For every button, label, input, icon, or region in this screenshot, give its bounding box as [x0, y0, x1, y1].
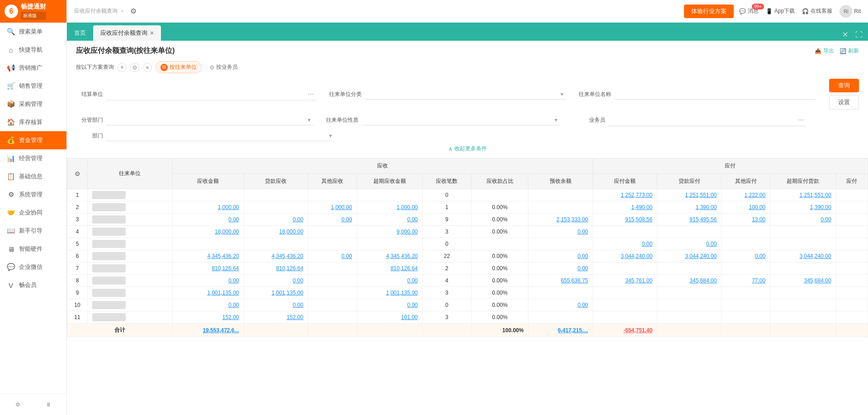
tab-maximize-icon[interactable]: ⛶ [854, 29, 864, 41]
row-payable_amount[interactable]: 3,044,240.00 [593, 250, 657, 262]
row-loan_receivable[interactable]: 0.00 [244, 299, 308, 311]
filter-option-staff[interactable]: ⊙ 按业务员 [205, 62, 242, 73]
sidebar-collapse-btn[interactable]: ⏸ [35, 399, 62, 410]
filter-option-unit[interactable]: W 按往来单位 [156, 61, 202, 73]
department-select[interactable]: ▾ [106, 131, 335, 141]
settlement-input[interactable]: ··· [106, 88, 316, 100]
row-overdue_receivable[interactable]: 101.00 [357, 311, 422, 324]
row-overdue_receivable[interactable]: 9,000.00 [357, 226, 422, 238]
row-overdue_payable[interactable]: 0.00 [770, 214, 836, 226]
row-prepay_balance[interactable]: 655,636.75 [528, 275, 593, 287]
row-loan_payable[interactable]: 915,495.56 [657, 214, 722, 226]
refresh-button[interactable]: 🔄 刷新 [840, 47, 859, 55]
sidebar-item-inventory[interactable]: 🏠库存核算 [0, 113, 66, 131]
row-receivable_amount[interactable]: 810,126.64 [172, 262, 244, 275]
row-receivable_amount[interactable]: 0.00 [172, 299, 244, 311]
settings-button[interactable]: 设置 [829, 95, 859, 110]
row-other_payable[interactable]: 1,222.00 [722, 189, 770, 201]
row-loan_receivable[interactable]: 152.00 [244, 311, 308, 324]
sidebar-item-finance[interactable]: 💰资金管理 [0, 131, 66, 149]
row-receivable_amount[interactable]: 0.00 [172, 275, 244, 287]
row-payable_amount[interactable]: 345,761.00 [593, 275, 657, 287]
row-prepay_balance[interactable]: 0.00 [528, 226, 593, 238]
row-prepay_balance[interactable]: 2,153,333.00 [528, 214, 593, 226]
row-receivable_amount[interactable]: 152.00 [172, 311, 244, 324]
row-other_payable[interactable]: 0.00 [722, 250, 770, 262]
user-info[interactable]: Ri Rit [840, 5, 861, 18]
row-other_payable[interactable]: 100.00 [722, 201, 770, 214]
row-overdue_receivable[interactable]: 1,001,135.00 [357, 287, 422, 299]
row-overdue_receivable[interactable]: 1,000.00 [357, 201, 422, 214]
row-other_receivable[interactable]: 0.00 [308, 214, 357, 226]
sidebar-item-purchase[interactable]: 📦采购管理 [0, 95, 66, 113]
row-payable_amount[interactable]: 0.00 [593, 238, 657, 250]
row-loan_payable[interactable]: 345,684.00 [657, 275, 722, 287]
sidebar-item-sales[interactable]: 🛒销售管理 [0, 77, 66, 95]
row-receivable_amount[interactable]: 0.00 [172, 214, 244, 226]
footer-prepay-balance[interactable]: 6,417,215.... [528, 324, 593, 337]
sidebar-item-basic[interactable]: 📋基础信息 [0, 167, 66, 186]
row-loan_payable[interactable]: 1,390.00 [657, 201, 722, 214]
export-button[interactable]: 📤 导出 [815, 47, 834, 55]
row-payable_amount[interactable]: 1,490.00 [593, 201, 657, 214]
sidebar-settings-btn[interactable]: ⚙ [5, 399, 32, 410]
tab-active[interactable]: 应收应付余额查询 × [93, 25, 161, 41]
collapse-button[interactable]: ∧ 收起更多条件 [448, 145, 487, 153]
row-receivable_amount[interactable]: 18,000.00 [172, 226, 244, 238]
row-other_payable[interactable]: 77.00 [722, 275, 770, 287]
footer-receivable-amount[interactable]: 19,553,472,6... [172, 324, 244, 337]
table-container[interactable]: ⚙ 往来单位 应收 应付 应收金额 贷款应收 其他应收 超期应收金额 应收笔数 … [67, 158, 868, 415]
footer-payable-amount[interactable]: -654,751.40 [593, 324, 657, 337]
row-other_payable[interactable]: 13.00 [722, 214, 770, 226]
filter-collapse-icon[interactable]: « [143, 63, 152, 72]
tab-close-icon[interactable]: × [150, 29, 154, 37]
sidebar-item-marketing[interactable]: 📢营销推广 [0, 59, 66, 77]
message-item[interactable]: 💬 消息 99+ [739, 7, 759, 15]
row-receivable_amount[interactable]: 4,345,436.20 [172, 250, 244, 262]
table-settings-icon[interactable]: ⚙ [72, 168, 83, 179]
sidebar-item-cooperation[interactable]: 🤝企业协同 [0, 204, 66, 222]
row-overdue_receivable[interactable]: 0.00 [357, 299, 422, 311]
unit-nature-select[interactable]: ▾ [361, 115, 560, 125]
row-payable_amount[interactable]: 915,508.56 [593, 214, 657, 226]
filter-settings-icon[interactable]: ⊙ [130, 63, 139, 72]
row-overdue_receivable[interactable]: 0.00 [357, 275, 422, 287]
row-loan_receivable[interactable]: 810,126.64 [244, 262, 308, 275]
tab-close-icon2[interactable]: ✕ [840, 29, 850, 41]
online-service-item[interactable]: 🎧 在线客服 [802, 7, 832, 15]
row-receivable_amount[interactable]: 1,000.00 [172, 201, 244, 214]
unit-name-input[interactable] [614, 89, 816, 100]
salesperson-input[interactable]: ··· [608, 114, 807, 126]
sidebar-item-operation[interactable]: 📊经营管理 [0, 149, 66, 167]
row-loan_receivable[interactable]: 4,345,436.20 [244, 250, 308, 262]
trial-button[interactable]: 体验行业方案 [684, 5, 734, 18]
sidebar-item-wechat[interactable]: 💬企业微信 [0, 258, 66, 276]
row-loan_receivable[interactable]: 0.00 [244, 214, 308, 226]
row-loan_payable[interactable]: 0.00 [657, 238, 722, 250]
sidebar-item-system[interactable]: ⚙系统管理 [0, 186, 66, 204]
row-loan_receivable[interactable]: 1,001,135.00 [244, 287, 308, 299]
row-overdue_receivable[interactable]: 0.00 [357, 214, 422, 226]
unit-category-select[interactable]: ▾ [364, 89, 566, 100]
row-prepay_balance[interactable]: 0.00 [528, 250, 593, 262]
row-other_receivable[interactable]: 1,000.00 [308, 201, 357, 214]
query-button[interactable]: 查询 [829, 79, 859, 92]
row-loan_receivable[interactable]: 18,000.00 [244, 226, 308, 238]
sidebar-item-hardware[interactable]: 🖥智能硬件 [0, 240, 66, 258]
row-prepay_balance[interactable]: 0.00 [528, 262, 593, 275]
sidebar-item-member[interactable]: V畅会员 [0, 276, 66, 294]
row-loan_payable[interactable]: 1,251,551.00 [657, 189, 722, 201]
row-receivable_amount[interactable]: 1,001,135.00 [172, 287, 244, 299]
sidebar-item-search[interactable]: 🔍搜索菜单 [0, 23, 66, 41]
tab-home[interactable]: 首页 [67, 25, 93, 41]
row-overdue_payable[interactable]: 345,684.00 [770, 275, 836, 287]
app-download-item[interactable]: 📱 App下载 [766, 7, 795, 15]
sidebar-item-guide[interactable]: 📖新手引导 [0, 222, 66, 240]
row-overdue_payable[interactable]: 1,390.00 [770, 201, 836, 214]
row-overdue_payable[interactable]: 1,251,551.00 [770, 189, 836, 201]
header-settings-icon[interactable]: ⚙ [127, 5, 140, 18]
row-overdue_receivable[interactable]: 810,126.64 [357, 262, 422, 275]
row-overdue_receivable[interactable]: 4,345,436.20 [357, 250, 422, 262]
row-payable_amount[interactable]: 1,252,773.00 [593, 189, 657, 201]
sidebar-item-quick[interactable]: ⌂快捷导航 [0, 41, 66, 59]
